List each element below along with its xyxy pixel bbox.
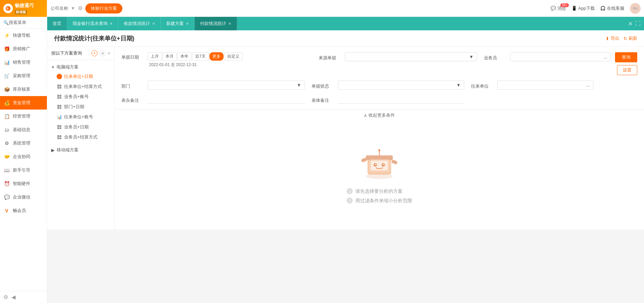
sidebar-item-enterprise[interactable]: 🤝 企业协同 <box>0 150 47 163</box>
sidebar-item-hardware[interactable]: ⏰ 智能硬件 <box>0 177 47 190</box>
note-head-input[interactable] <box>148 95 305 104</box>
tab-expand-icon[interactable]: ⛶ <box>635 21 641 27</box>
dept-select[interactable]: ▼ <box>148 81 305 90</box>
dept-dropdown-icon: ▼ <box>297 83 301 88</box>
tab-bank[interactable]: 现金银行流水查询 ✕ <box>67 17 118 30</box>
scheme-settings-btn[interactable]: ⚙ <box>99 50 106 56</box>
date-tab-last-7[interactable]: 近7天 <box>192 52 209 61</box>
hint-num-2: 2 <box>347 198 353 204</box>
member-icon: V <box>3 207 10 214</box>
sidebar-item-inventory[interactable]: 📦 库存核算 <box>0 83 47 96</box>
sidebar-item-operation[interactable]: 📋 经营管理 <box>0 110 47 123</box>
sidebar-item-search[interactable]: 🔍 搜索菜单 <box>0 17 47 29</box>
date-tab-this-year[interactable]: 本年 <box>177 52 192 61</box>
filter-row-2: 部门 ▼ 单据状态 ▼ <box>121 81 637 90</box>
sidebar-item-system[interactable]: ⚙ 系统管理 <box>0 137 47 150</box>
trial-btn[interactable]: 体验行业方案 <box>85 3 122 13</box>
empty-hint: 1 请先选择要分析的方案 2 用过滤条件来缩小分析范围 <box>347 186 412 205</box>
collapse-more-btn[interactable]: ∧ 收起更多条件 <box>115 109 644 121</box>
sidebar-item-finance[interactable]: 💰 资金管理 <box>0 96 47 110</box>
sidebar: 6 畅捷通巧 标准版 🔍 搜索菜单 ⚡ 快捷导航 🎁 营销推广 📊 销售管理 🛒… <box>0 0 47 303</box>
sidebar-settings-btn[interactable]: ⚙ <box>3 294 8 300</box>
tab-new-scheme-close-icon[interactable]: ✕ <box>186 22 189 26</box>
header-right: 💬 消息 99+ 📱 App下载 🎧 在线客服 Rit <box>551 3 641 14</box>
note-body-label: 表体备注 <box>312 95 335 103</box>
tab-new-scheme[interactable]: 新建方案 ✕ <box>161 17 195 30</box>
header-settings-icon[interactable]: ⚙ <box>78 5 83 11</box>
date-tab-last-month[interactable]: 上月 <box>148 52 162 61</box>
sidebar-item-wechat[interactable]: 💬 企业微信 <box>0 190 47 204</box>
tab-bank-close-icon[interactable]: ✕ <box>110 22 113 26</box>
scheme-item-dept-date[interactable]: 部门+日期 <box>47 102 114 112</box>
tab-receipt-close-icon[interactable]: ✕ <box>152 22 155 26</box>
salesman-select[interactable]: ... <box>510 52 611 61</box>
tab-payment-close-icon[interactable]: ✕ <box>228 22 231 26</box>
scheme-item-salesman-date[interactable]: 业务员+日期 <box>47 122 114 132</box>
empty-state: 1 请先选择要分析的方案 2 用过滤条件来缩小分析范围 <box>115 122 644 230</box>
company-dropdown-icon[interactable]: ▼ <box>71 6 75 11</box>
app-download-btn[interactable]: 📱 App下载 <box>572 5 595 11</box>
scheme-panel: 按以下方案查询 + ⚙ « ▼ 电脑端方案 往来单位+日期 <box>47 47 115 230</box>
refresh-btn[interactable]: ↻ 刷新 <box>623 35 637 41</box>
partner-select[interactable]: ... <box>497 81 593 90</box>
sidebar-item-guide[interactable]: 📖 新手引导 <box>0 163 47 177</box>
operation-icon: 📋 <box>3 113 10 120</box>
finance-icon: 💰 <box>3 99 10 106</box>
scheme-add-btn[interactable]: + <box>91 50 97 56</box>
scheme-item-unit-date[interactable]: 往来单位+日期 <box>47 71 114 82</box>
sidebar-item-member[interactable]: V 畅会员 <box>0 204 47 217</box>
svg-rect-4 <box>366 155 393 160</box>
filter-wrapper: 单据日期 上月 本月 本年 近7天 更多 自定义 20 <box>115 47 644 230</box>
filter-settings-btn[interactable]: 设置 <box>617 65 637 75</box>
filter-row-3: 表头备注 表体备注 <box>121 95 637 104</box>
svg-point-10 <box>383 164 384 165</box>
date-tabs: 上月 本月 本年 近7天 更多 自定义 <box>148 52 242 61</box>
desktop-group-arrow-icon: ▼ <box>51 65 55 69</box>
dept-label: 部门 <box>121 81 145 89</box>
sidebar-item-basic[interactable]: 🗂 基础信息 <box>0 123 47 137</box>
filter-action-area: 查询 设置 <box>611 52 637 75</box>
online-service-btn[interactable]: 🎧 在线客服 <box>600 5 624 11</box>
logo-text: 畅捷通巧 标准版 <box>15 3 34 14</box>
scheme-item-unit-payment[interactable]: 往来单位+结算方式 <box>47 82 114 92</box>
date-tab-more[interactable]: 更多 <box>209 52 224 61</box>
date-tab-custom[interactable]: 自定义 <box>224 52 242 61</box>
note-body-input[interactable] <box>338 95 464 104</box>
main: 付款情况统计(往来单位+日期) ⬆ 导出 ↻ 刷新 按以下方案查询 + ⚙ « <box>47 30 644 303</box>
enterprise-icon: 🤝 <box>3 153 10 160</box>
mobile-group-arrow-icon: ▶ <box>51 148 55 153</box>
user-avatar[interactable]: Rit <box>630 3 641 14</box>
collapse-icon: ∧ <box>364 113 367 118</box>
company-name: 公司名称 <box>51 5 68 11</box>
header-left: 公司名称 ▼ ⚙ 体验行业方案 <box>51 3 551 13</box>
source-select[interactable]: ▼ <box>345 52 477 61</box>
svg-point-14 <box>378 149 380 151</box>
scheme-chart-icon: 📊 <box>57 114 62 120</box>
scheme-active-icon <box>57 74 62 79</box>
tab-home[interactable]: 首页 <box>47 17 67 30</box>
query-btn[interactable]: 查询 <box>615 52 637 62</box>
message-btn[interactable]: 💬 消息 99+ <box>551 5 566 11</box>
sidebar-item-sales[interactable]: 📊 销售管理 <box>0 56 47 69</box>
export-btn[interactable]: ⬆ 导出 <box>606 35 619 41</box>
search-icon: 🔍 <box>3 20 9 25</box>
sidebar-item-purchase[interactable]: 🛒 采购管理 <box>0 69 47 83</box>
sidebar-item-marketing[interactable]: 🎁 营销推广 <box>0 42 47 56</box>
doc-status-select[interactable]: ▼ <box>338 81 464 90</box>
scheme-item-unit-account[interactable]: 📊 往来单位+账号 <box>47 112 114 122</box>
tab-receipt[interactable]: 收款情况统计 ✕ <box>118 17 161 30</box>
mobile-scheme-group-title[interactable]: ▶ 移动端方案 <box>47 145 114 155</box>
tab-payment[interactable]: 付款情况统计 ✕ <box>195 17 237 30</box>
date-tab-this-month[interactable]: 本月 <box>163 52 177 61</box>
scheme-item-salesman-account[interactable]: 业务员+账号 <box>47 92 114 102</box>
empty-illustration <box>359 146 400 180</box>
desktop-scheme-group-title[interactable]: ▼ 电脑端方案 <box>47 63 114 71</box>
scheme-collapse-btn[interactable]: « <box>108 50 110 56</box>
svg-text:6: 6 <box>7 7 9 10</box>
tab-close-all-icon[interactable]: ✕ <box>628 21 633 27</box>
logo-icon: 6 <box>3 4 13 13</box>
headset-icon: 🎧 <box>600 6 606 11</box>
scheme-item-salesman-payment[interactable]: 业务员+结算方式 <box>47 132 114 142</box>
sidebar-item-quick-nav[interactable]: ⚡ 快捷导航 <box>0 29 47 42</box>
sidebar-collapse-btn[interactable]: ◀ <box>11 294 16 300</box>
